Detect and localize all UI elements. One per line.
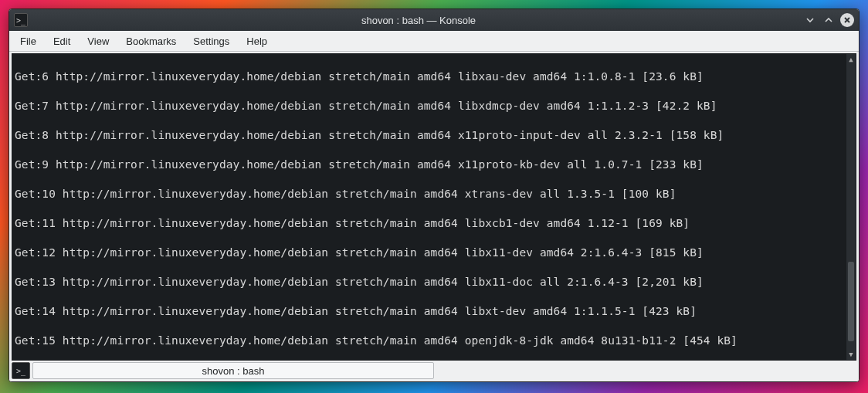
window-controls (803, 13, 854, 27)
terminal-line: Get:6 http://mirror.linuxeveryday.home/d… (15, 69, 853, 84)
tab-shovon-bash[interactable]: shovon : bash (32, 362, 434, 379)
window-title: shovon : bash — Konsole (34, 15, 803, 26)
maximize-button[interactable] (822, 13, 836, 27)
terminal-line: Get:11 http://mirror.linuxeveryday.home/… (15, 216, 853, 231)
scrollbar-thumb[interactable] (848, 262, 854, 341)
menu-view[interactable]: View (80, 33, 117, 49)
menubar: File Edit View Bookmarks Settings Help (9, 31, 859, 52)
close-icon (843, 15, 852, 25)
menu-settings[interactable]: Settings (185, 33, 237, 49)
terminal-line: Get:9 http://mirror.linuxeveryday.home/d… (15, 158, 853, 172)
terminal-line: Get:15 http://mirror.linuxeveryday.home/… (15, 334, 853, 348)
menu-file[interactable]: File (12, 33, 44, 49)
titlebar[interactable]: >_ shovon : bash — Konsole (9, 9, 859, 31)
terminal-container: Get:6 http://mirror.linuxeveryday.home/d… (9, 52, 859, 361)
terminal-line: Get:12 http://mirror.linuxeveryday.home/… (15, 246, 853, 260)
new-tab-button[interactable]: >_ (12, 362, 30, 379)
minimize-button[interactable] (803, 13, 817, 27)
menu-edit[interactable]: Edit (46, 33, 78, 49)
chevron-down-icon (805, 15, 815, 25)
chevron-up-icon (824, 15, 833, 25)
close-button[interactable] (840, 13, 854, 27)
tabbar: >_ shovon : bash (9, 361, 859, 381)
app-icon: >_ (14, 13, 28, 27)
terminal[interactable]: Get:6 http://mirror.linuxeveryday.home/d… (12, 53, 856, 361)
terminal-line: Get:8 http://mirror.linuxeveryday.home/d… (15, 128, 853, 143)
terminal-line: Get:10 http://mirror.linuxeveryday.home/… (15, 187, 853, 202)
scroll-down-icon[interactable]: ▼ (846, 349, 856, 360)
menu-bookmarks[interactable]: Bookmarks (118, 33, 184, 49)
terminal-scrollbar[interactable]: ▲ ▼ (846, 54, 856, 360)
menu-help[interactable]: Help (239, 33, 275, 49)
konsole-window: >_ shovon : bash — Konsole File Edit Vie… (8, 8, 860, 382)
terminal-line: Get:7 http://mirror.linuxeveryday.home/d… (15, 99, 853, 113)
scroll-up-icon[interactable]: ▲ (846, 54, 856, 65)
terminal-line: Get:14 http://mirror.linuxeveryday.home/… (15, 304, 853, 319)
terminal-line: Get:13 http://mirror.linuxeveryday.home/… (15, 275, 853, 290)
